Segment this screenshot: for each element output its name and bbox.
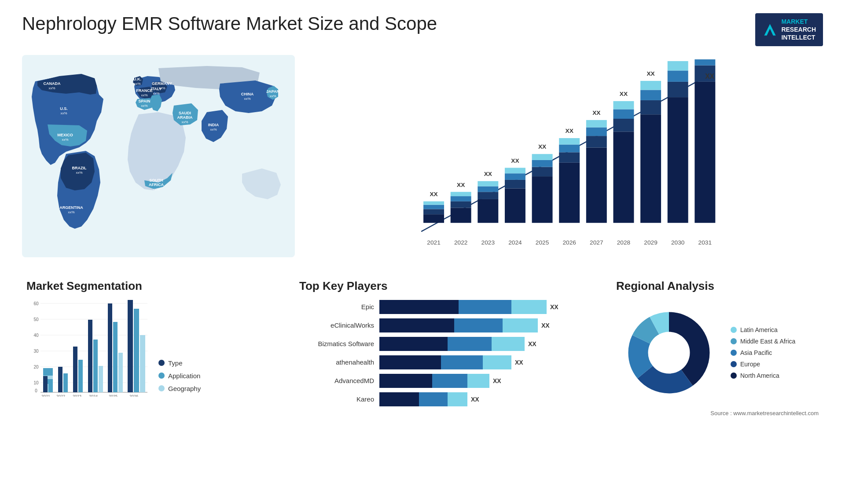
svg-text:2023: 2023 [481,239,495,245]
svg-text:60: 60 [33,301,39,306]
growth-chart: XX 2021 XX 2022 XX 2023 [312,59,814,257]
svg-rect-92 [668,70,688,81]
svg-text:MEXICO: MEXICO [57,133,73,137]
svg-text:2023: 2023 [73,394,81,397]
svg-rect-90 [668,97,688,223]
svg-text:FRANCE: FRANCE [136,88,153,93]
svg-rect-50 [478,186,498,192]
svg-rect-44 [451,196,471,201]
svg-rect-84 [640,114,661,223]
svg-rect-132 [134,309,139,392]
svg-rect-127 [99,366,103,392]
svg-text:XX: XX [647,70,655,77]
seg-legend: Type Application Geography [158,359,201,397]
svg-rect-63 [532,154,553,160]
svg-text:0: 0 [35,388,37,393]
player-name-advancedmd: AdvancedMD [299,377,374,384]
legend-middle-east: Middle East & Africa [731,338,795,345]
svg-point-145 [649,333,689,373]
svg-text:BRAZIL: BRAZIL [72,166,87,170]
svg-text:SPAIN: SPAIN [139,99,151,103]
player-row-athena: athenahealth XX [299,355,599,369]
svg-rect-73 [586,136,607,147]
svg-rect-125 [88,320,92,392]
header: Nephrology EMR Software Market Size and … [22,13,823,46]
legend-application: Application [158,372,201,380]
svg-text:INDIA: INDIA [208,123,219,127]
svg-rect-49 [478,192,498,199]
svg-rect-38 [423,205,444,209]
legend-type-dot [158,360,165,366]
svg-text:xx%: xx% [62,138,68,142]
svg-rect-116 [43,368,53,376]
svg-text:XX: XX [538,143,547,150]
player-row-advancedmd: AdvancedMD XX [299,374,599,388]
players-section: Top Key Players Epic XX [295,275,603,421]
player-name-bizmatics: Bizmatics Software [299,340,374,347]
segmentation-title: Market Segmentation [26,279,282,293]
svg-rect-36 [423,214,444,223]
svg-rect-87 [640,80,661,90]
legend-latin-america: Latin America [731,326,795,333]
svg-rect-67 [559,152,580,162]
svg-text:XX: XX [566,128,574,134]
svg-text:XX: XX [484,171,492,177]
player-bar-advancedmd: XX [379,374,599,388]
svg-text:2024: 2024 [89,394,98,397]
svg-rect-60 [532,176,553,223]
svg-text:2025: 2025 [536,239,549,245]
svg-rect-39 [423,201,444,205]
svg-text:30: 30 [33,349,39,354]
svg-rect-37 [423,209,444,214]
svg-rect-121 [58,367,62,392]
svg-rect-120 [48,380,53,392]
legend-geography: Geography [158,385,201,392]
svg-text:2025: 2025 [109,394,118,397]
svg-text:AFRICA: AFRICA [149,183,164,187]
segmentation-section: Market Segmentation 60 50 40 30 20 10 0 [22,275,286,421]
regional-donut [616,300,722,405]
svg-text:2031: 2031 [698,239,712,245]
svg-rect-91 [668,81,688,97]
svg-text:xx%: xx% [141,104,147,108]
svg-rect-45 [451,192,471,196]
svg-text:2026: 2026 [129,394,138,397]
svg-rect-55 [505,179,525,188]
player-name-eclinical: eClinicalWorks [299,321,374,329]
seg-chart-container: 60 50 40 30 20 10 0 [26,300,282,397]
svg-rect-57 [505,168,525,173]
svg-text:ARGENTINA: ARGENTINA [59,205,83,210]
player-row-epic: Epic XX [299,300,599,314]
svg-rect-130 [118,353,123,392]
svg-text:2022: 2022 [56,394,65,397]
player-row-bizmatics: Bizmatics Software XX [299,337,599,351]
logo-text: MARKET RESEARCH INTELLECT [781,18,816,42]
players-bars: Epic XX eClinicalWorks [299,300,599,406]
legend-north-america: North America [731,372,795,379]
legend-na-dot [731,373,737,379]
svg-rect-75 [586,120,607,127]
svg-text:XX: XX [705,73,714,80]
page-title: Nephrology EMR Software Market Size and … [22,13,437,34]
svg-text:2029: 2029 [644,239,657,245]
svg-text:2027: 2027 [590,239,603,245]
player-name-epic: Epic [299,303,374,310]
svg-text:2022: 2022 [454,239,467,245]
svg-text:xx%: xx% [76,171,82,175]
svg-text:SOUTH: SOUTH [149,178,163,183]
svg-rect-96 [694,81,715,223]
svg-rect-69 [559,138,580,145]
svg-rect-68 [559,144,580,152]
logo-icon [762,22,778,37]
svg-text:2026: 2026 [562,239,576,245]
svg-rect-133 [140,335,145,392]
legend-asia-pacific: Asia Pacific [731,349,795,356]
svg-rect-79 [613,119,634,131]
player-bar-bizmatics: XX [379,337,599,351]
player-bar-epic: XX [379,300,599,314]
svg-rect-123 [73,347,77,392]
svg-rect-54 [505,188,525,223]
svg-text:xx%: xx% [153,187,159,191]
svg-rect-86 [640,90,661,100]
svg-text:2028: 2028 [617,239,631,245]
